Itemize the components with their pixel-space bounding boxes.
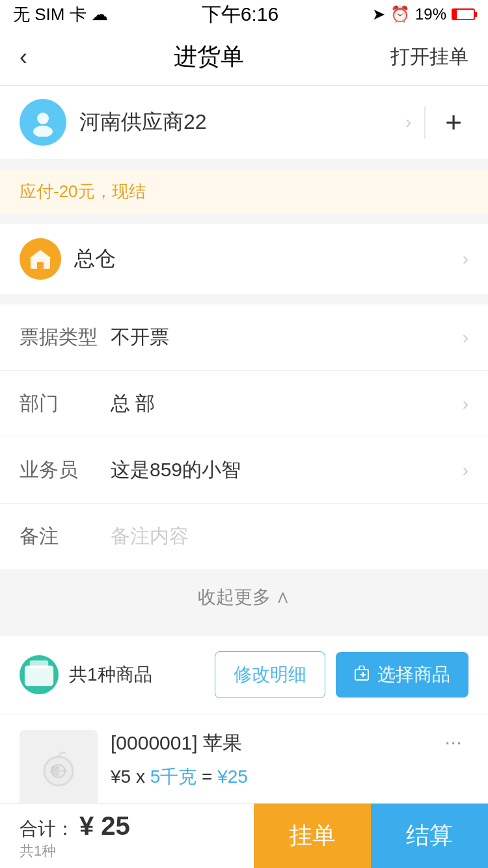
staff-label: 业务员: [20, 457, 104, 483]
sim-status: 无 SIM 卡 ☁: [13, 3, 108, 26]
dept-label: 部门: [20, 390, 104, 417]
product-header: 共1种商品 修改明细 选择商品: [0, 636, 488, 714]
status-time: 下午6:16: [202, 1, 278, 28]
divider: [424, 106, 426, 139]
dept-chevron-icon: ›: [463, 394, 468, 414]
back-button[interactable]: ‹: [20, 44, 27, 71]
form-section: 票据类型 不开票 › 部门 总 部 › 业务员 这是859的小智 › 备注 备注…: [0, 305, 488, 569]
price-value: ¥5: [111, 766, 131, 787]
remark-input[interactable]: 备注内容: [104, 523, 468, 550]
battery-text: 19%: [415, 5, 446, 23]
battery-icon: [452, 8, 475, 20]
svg-rect-6: [30, 660, 48, 669]
supplier-row[interactable]: 河南供应商22 › +: [0, 86, 488, 159]
svg-marker-3: [29, 250, 51, 258]
alarm-icon: ⏰: [390, 5, 410, 23]
product-price: ¥5 x 5千克 = ¥25: [111, 765, 425, 789]
product-title: 苹果: [203, 732, 242, 753]
supplier-chevron-icon: ›: [405, 112, 411, 133]
nav-bar: ‹ 进货单 打开挂单: [0, 29, 488, 86]
staff-row[interactable]: 业务员 这是859的小智 ›: [0, 437, 488, 504]
total-section: 合计： ¥ 25 共1种: [0, 811, 254, 861]
svg-rect-4: [37, 262, 44, 269]
product-name: [0000001] 苹果: [111, 730, 425, 757]
open-hold-button[interactable]: 打开挂单: [390, 44, 468, 70]
status-bar: 无 SIM 卡 ☁ 下午6:16 ➤ ⏰ 19%: [0, 0, 488, 29]
supplier-name: 河南供应商22: [79, 108, 399, 137]
warehouse-icon: [20, 238, 61, 280]
page-title: 进货单: [174, 41, 244, 73]
status-right: ➤ ⏰ 19%: [372, 5, 475, 23]
content: 河南供应商22 › + 应付-20元，现结 总仓 › 票据类型 不开票 › 部门…: [0, 86, 488, 868]
product-info: [0000001] 苹果 ¥5 x 5千克 = ¥25: [111, 730, 425, 789]
supplier-section: 河南供应商22 › +: [0, 86, 488, 159]
hold-button[interactable]: 挂单: [254, 804, 371, 869]
location-icon: ➤: [372, 5, 385, 23]
qty-value: 5千克: [150, 766, 197, 787]
total-label: 合计： ¥ 25: [20, 811, 234, 841]
invoice-chevron-icon: ›: [463, 327, 468, 348]
supplier-avatar: [20, 99, 66, 146]
equals-symbol: =: [202, 766, 217, 787]
svg-point-0: [37, 113, 49, 124]
staff-value: 这是859的小智: [104, 457, 456, 483]
svg-point-1: [33, 126, 53, 137]
warehouse-name: 总仓: [74, 245, 456, 273]
warehouse-chevron-icon: ›: [463, 249, 468, 269]
bottom-bar: 合计： ¥ 25 共1种 挂单 结算: [0, 803, 488, 868]
total-text: 合计：: [20, 817, 74, 841]
collapse-button[interactable]: 收起更多 ∧: [0, 569, 488, 625]
total-amount: ¥ 25: [79, 811, 130, 841]
multiply-symbol: x: [136, 766, 150, 787]
remark-row[interactable]: 备注 备注内容: [0, 504, 488, 569]
product-code: [0000001]: [111, 732, 197, 753]
warehouse-row[interactable]: 总仓 ›: [0, 224, 488, 294]
product-thumbnail: 餐+: [20, 730, 98, 808]
product-thumb-icon: 餐+: [36, 746, 81, 792]
status-left: 无 SIM 卡 ☁: [13, 3, 108, 26]
checkout-button[interactable]: 结算: [371, 804, 488, 869]
dept-row[interactable]: 部门 总 部 ›: [0, 371, 488, 437]
select-product-button[interactable]: 选择商品: [336, 652, 468, 698]
staff-chevron-icon: ›: [463, 460, 468, 481]
product-icon: [20, 655, 59, 694]
edit-detail-button[interactable]: 修改明细: [215, 651, 325, 698]
notice-bar: 应付-20元，现结: [0, 170, 488, 213]
more-button[interactable]: ···: [438, 730, 468, 754]
product-count: 共1种商品: [69, 662, 215, 687]
svg-rect-5: [25, 666, 53, 686]
dept-value: 总 部: [104, 390, 456, 417]
cart-icon: [354, 666, 372, 684]
total-value: ¥25: [217, 766, 248, 787]
total-sub: 共1种: [20, 841, 234, 861]
svg-text:餐+: 餐+: [49, 765, 68, 778]
remark-label: 备注: [20, 523, 104, 550]
invoice-label: 票据类型: [20, 324, 104, 351]
invoice-value: 不开票: [104, 324, 456, 351]
add-supplier-button[interactable]: +: [439, 106, 468, 139]
select-product-label: 选择商品: [377, 662, 450, 687]
invoice-row[interactable]: 票据类型 不开票 ›: [0, 305, 488, 371]
